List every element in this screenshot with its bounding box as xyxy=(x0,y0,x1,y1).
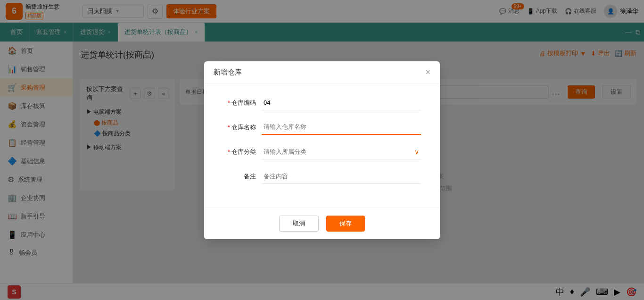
name-label: 仓库名称 xyxy=(223,123,256,132)
modal-header: 新增仓库 × xyxy=(204,61,440,84)
category-select-wrap: ∨ xyxy=(262,144,421,159)
form-row-code: 仓库编码 xyxy=(223,95,421,110)
save-button[interactable]: 保存 xyxy=(326,216,365,232)
code-input[interactable] xyxy=(262,95,421,110)
remark-label: 备注 xyxy=(223,172,256,181)
name-input[interactable] xyxy=(262,120,421,135)
add-warehouse-modal: 新增仓库 × 仓库编码 仓库名称 仓库分类 ∨ xyxy=(204,61,440,239)
form-row-remark: 备注 xyxy=(223,169,421,184)
remark-input[interactable] xyxy=(262,169,421,184)
code-label: 仓库编码 xyxy=(223,99,256,107)
form-row-category: 仓库分类 ∨ xyxy=(223,144,421,159)
form-row-name: 仓库名称 xyxy=(223,120,421,135)
category-input[interactable] xyxy=(262,144,421,159)
modal-title: 新增仓库 xyxy=(214,68,242,77)
modal-overlay: 新增仓库 × 仓库编码 仓库名称 仓库分类 ∨ xyxy=(0,0,644,300)
category-label: 仓库分类 xyxy=(223,148,256,156)
modal-footer: 取消 保存 xyxy=(204,208,440,239)
modal-close-button[interactable]: × xyxy=(425,68,430,76)
cancel-button[interactable]: 取消 xyxy=(279,216,319,232)
modal-body: 仓库编码 仓库名称 仓库分类 ∨ 备注 xyxy=(204,84,440,208)
